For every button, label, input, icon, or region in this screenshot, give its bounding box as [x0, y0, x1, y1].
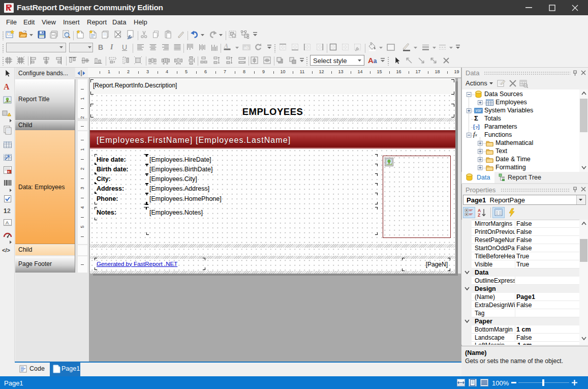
svg-text:2: 2 [80, 116, 85, 118]
svg-text:fr: fr [8, 170, 10, 173]
svg-text:5: 5 [80, 225, 85, 228]
svg-text:1: 1 [4, 207, 7, 215]
svg-text:2: 2 [80, 167, 85, 170]
svg-text:2: 2 [7, 207, 11, 215]
svg-text:A: A [224, 42, 228, 49]
svg-text:4: 4 [80, 206, 85, 208]
svg-text:A: A [6, 220, 9, 225]
svg-text:ab: ab [244, 45, 249, 50]
svg-text:1: 1 [80, 148, 85, 151]
svg-text:?: ? [475, 125, 478, 130]
svg-text:Z: Z [478, 213, 480, 217]
svg-text:]: ] [478, 124, 480, 130]
svg-text:3: 3 [80, 187, 85, 189]
svg-text:1: 1 [80, 97, 85, 100]
